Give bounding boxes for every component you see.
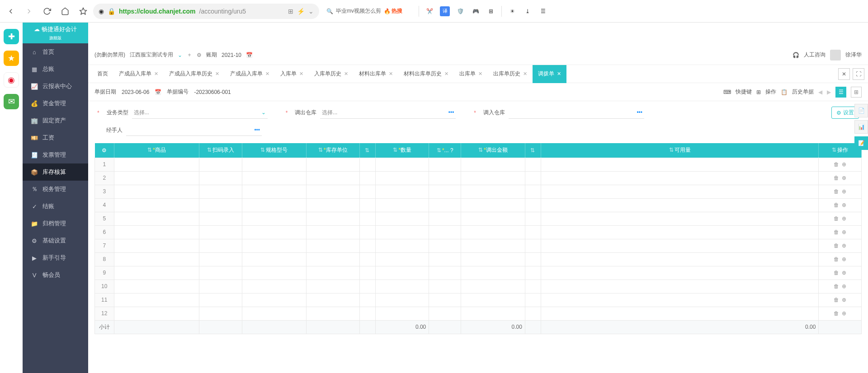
cell[interactable] — [429, 185, 461, 198]
operate-icon[interactable]: ⊞ — [756, 89, 761, 95]
cell[interactable] — [429, 225, 461, 239]
theme-icon[interactable]: ☀ — [507, 6, 517, 16]
cell[interactable] — [541, 212, 819, 225]
table-row[interactable]: 8🗑⊕ — [95, 252, 862, 266]
sidebar-item-inventory[interactable]: 📦库存核算 — [23, 163, 88, 181]
browser-search[interactable]: 🔍 毕业mv视频怎么剪 🔥热搜 — [323, 4, 413, 19]
home-button[interactable] — [59, 5, 71, 18]
table-row[interactable]: 11🗑⊕ — [95, 293, 862, 307]
col-header[interactable]: ⇅规格型号 — [242, 143, 306, 158]
calendar-icon[interactable]: 📅 — [246, 52, 253, 58]
address-bar[interactable]: ◉ 🔒 https://cloud.chanjet.com/accounting… — [93, 4, 319, 19]
cell[interactable] — [114, 171, 199, 185]
close-icon[interactable]: ✕ — [444, 71, 448, 77]
shortcut-label[interactable]: 快捷键 — [736, 88, 752, 96]
cell[interactable] — [306, 280, 359, 293]
operate-label[interactable]: 操作 — [765, 88, 776, 96]
add-button[interactable]: ＋ — [187, 51, 192, 59]
cell[interactable] — [114, 239, 199, 252]
cell[interactable] — [199, 171, 242, 185]
download-icon[interactable]: ⤓ — [523, 6, 533, 16]
favorite-button[interactable] — [77, 5, 90, 18]
forward-button[interactable] — [23, 5, 35, 18]
delete-icon[interactable]: 🗑 — [834, 175, 839, 181]
cell[interactable] — [359, 307, 375, 320]
sidebar-item-guide[interactable]: ▶新手引导 — [23, 249, 88, 266]
cell[interactable] — [114, 225, 199, 239]
sidebar-item-salary[interactable]: 💴工资 — [23, 129, 88, 146]
cell[interactable] — [525, 185, 541, 198]
cell[interactable] — [376, 293, 429, 307]
tab-产成品入库单[interactable]: 产成品入库单✕ — [225, 65, 275, 83]
cell[interactable] — [525, 198, 541, 212]
game-icon[interactable]: 🎮 — [471, 6, 481, 16]
cell[interactable] — [525, 171, 541, 185]
table-row[interactable]: 10🗑⊕ — [95, 280, 862, 293]
delete-icon[interactable]: 🗑 — [834, 256, 839, 262]
sort-icon[interactable]: ⇅ — [832, 147, 836, 153]
close-icon[interactable]: ✕ — [215, 71, 219, 77]
cell[interactable] — [376, 266, 429, 280]
cell[interactable] — [541, 307, 819, 320]
cell[interactable] — [199, 266, 242, 280]
table-row[interactable]: 9🗑⊕ — [95, 266, 862, 280]
biz-type-select[interactable]: 选择...⌄ — [132, 107, 268, 119]
tab-出库单历史[interactable]: 出库单历史✕ — [488, 65, 533, 83]
cell[interactable] — [376, 171, 429, 185]
cell[interactable] — [242, 307, 306, 320]
copy-icon[interactable]: ⊕ — [842, 270, 846, 276]
table-row[interactable]: 4🗑⊕ — [95, 198, 862, 212]
in-warehouse-select[interactable]: ••• — [509, 107, 644, 119]
translate-icon[interactable]: 译 — [440, 6, 450, 16]
cell[interactable] — [376, 239, 429, 252]
close-icon[interactable]: ✕ — [344, 71, 348, 77]
cell[interactable] — [242, 252, 306, 266]
cell[interactable] — [429, 171, 461, 185]
support-icon[interactable]: 🎧 — [793, 52, 799, 58]
col-header[interactable]: ⇅扫码录入 — [199, 143, 242, 158]
tab-材料出库单[interactable]: 材料出库单✕ — [354, 65, 398, 83]
delete-icon[interactable]: 🗑 — [834, 270, 839, 276]
delete-icon[interactable]: 🗑 — [834, 310, 839, 317]
cell[interactable] — [429, 158, 461, 171]
sidebar-item-vip[interactable]: V畅会员 — [23, 266, 88, 284]
cell[interactable] — [541, 198, 819, 212]
sidebar-item-report[interactable]: 📈云报表中心 — [23, 78, 88, 95]
cell[interactable] — [376, 280, 429, 293]
tab-入库单[interactable]: 入库单✕ — [275, 65, 309, 83]
cell[interactable] — [461, 252, 525, 266]
cell[interactable] — [199, 280, 242, 293]
cell[interactable] — [376, 198, 429, 212]
col-header[interactable]: ⇅*商品 — [114, 143, 199, 158]
copy-icon[interactable]: ⊕ — [842, 161, 846, 168]
reload-button[interactable] — [41, 5, 53, 18]
cell[interactable] — [541, 225, 819, 239]
cell[interactable] — [525, 158, 541, 171]
cell[interactable] — [242, 198, 306, 212]
cell[interactable] — [461, 198, 525, 212]
cell[interactable] — [359, 266, 375, 280]
col-header[interactable]: ⇅*调出金额 — [461, 143, 525, 158]
cell[interactable] — [199, 225, 242, 239]
cell[interactable] — [306, 307, 359, 320]
cell[interactable] — [359, 158, 375, 171]
cell[interactable] — [429, 307, 461, 320]
rail-btn-2[interactable]: 📊 — [854, 120, 868, 134]
copy-icon[interactable]: ⊕ — [842, 310, 846, 317]
cell[interactable] — [429, 239, 461, 252]
col-header[interactable]: ⇅*... ? — [429, 143, 461, 158]
tab-材料出库单历史[interactable]: 材料出库单历史✕ — [398, 65, 454, 83]
cell[interactable] — [114, 198, 199, 212]
sidebar-item-fund[interactable]: 💰资金管理 — [23, 95, 88, 112]
copy-icon[interactable]: ⊕ — [842, 256, 846, 262]
close-icon[interactable]: ✕ — [299, 71, 303, 77]
cell[interactable] — [114, 185, 199, 198]
cell[interactable] — [306, 252, 359, 266]
cell[interactable] — [306, 198, 359, 212]
cell[interactable] — [359, 293, 375, 307]
table-row[interactable]: 3🗑⊕ — [95, 185, 862, 198]
rail-btn-3[interactable]: 📝 — [854, 136, 868, 150]
cell[interactable] — [525, 225, 541, 239]
sidebar-item-close[interactable]: ✓结账 — [23, 198, 88, 215]
cell[interactable] — [525, 307, 541, 320]
